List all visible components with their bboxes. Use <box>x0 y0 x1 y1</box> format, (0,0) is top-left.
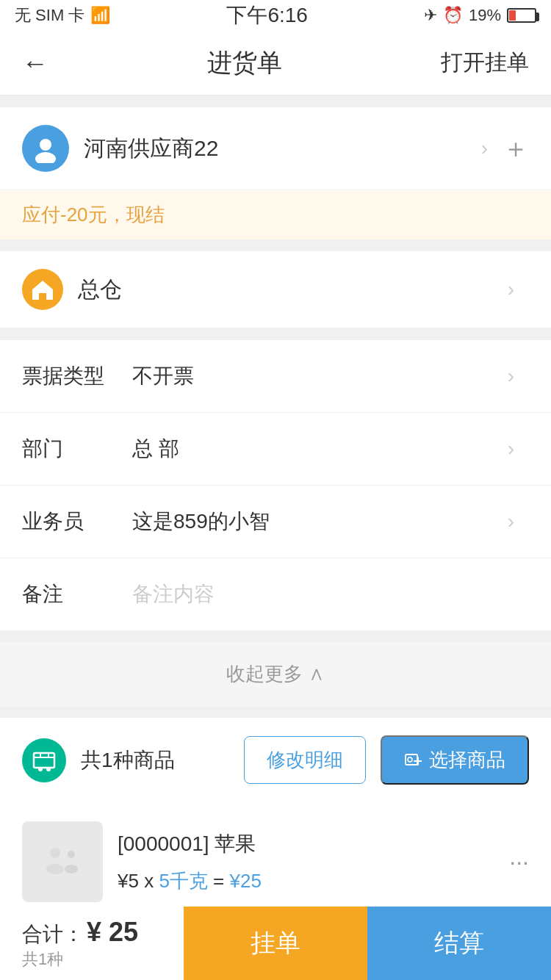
status-right: ✈ ⏰ 19% <box>424 6 536 25</box>
subtotal: ¥25 <box>230 870 262 892</box>
collapse-button[interactable]: 收起更多 ∧ <box>0 642 551 706</box>
supplier-name: 河南供应商22 <box>84 134 481 164</box>
footer-bar: 合计： ¥ 25 共1种 挂单 结算 <box>0 907 551 980</box>
remark-label: 备注 <box>22 580 110 608</box>
department-value: 总 部 <box>132 435 508 463</box>
salesman-chevron-icon: › <box>508 510 514 533</box>
footer-total: 合计： ¥ 25 共1种 <box>0 917 184 970</box>
ticket-type-chevron-icon: › <box>508 364 514 388</box>
quantity: 5千克 <box>159 870 207 892</box>
total-label: 合计： <box>22 920 84 948</box>
equals-sign: = <box>213 870 229 892</box>
product-item: [0000001] 苹果 ¥5 x 5千克 = ¥25 ··· <box>0 804 551 920</box>
salesman-value: 这是859的小智 <box>132 508 508 536</box>
svg-point-4 <box>38 767 43 771</box>
status-bar: 无 SIM 卡 📶 下午6:16 ✈ ⏰ 19% <box>0 0 551 31</box>
warehouse-chevron-icon: › <box>508 278 514 301</box>
supplier-row[interactable]: 河南供应商22 › ＋ <box>0 107 551 190</box>
select-product-label: 选择商品 <box>429 747 505 773</box>
ticket-type-label: 票据类型 <box>22 362 110 390</box>
ticket-type-value: 不开票 <box>132 362 508 390</box>
product-thumbnail <box>22 821 103 902</box>
status-time: 下午6:16 <box>226 1 308 29</box>
products-header: 共1种商品 修改明细 选择商品 <box>0 718 551 802</box>
open-pending-button[interactable]: 打开挂单 <box>441 48 529 78</box>
sim-status: 无 SIM 卡 <box>15 4 84 26</box>
svg-point-11 <box>65 865 78 873</box>
notice-bar: 应付-20元，现结 <box>0 190 551 239</box>
supplier-avatar <box>22 125 69 172</box>
product-more-button[interactable]: ··· <box>509 849 529 876</box>
wifi-icon: 📶 <box>90 6 110 25</box>
svg-point-8 <box>50 848 60 858</box>
unit-price: ¥5 <box>118 870 139 892</box>
supplier-chevron-icon: › <box>481 137 488 160</box>
battery-percent: 19% <box>469 6 501 25</box>
total-count: 共1种 <box>22 948 162 970</box>
svg-point-5 <box>46 767 51 771</box>
nav-bar: ← 进货单 打开挂单 <box>0 31 551 96</box>
svg-point-10 <box>68 851 75 858</box>
back-button[interactable]: ← <box>22 48 48 79</box>
products-section: 共1种商品 修改明细 选择商品 <box>0 718 551 920</box>
fields-card: 票据类型 不开票 › 部门 总 部 › 业务员 这是859的小智 › 备注 备注… <box>0 339 551 630</box>
warehouse-name: 总仓 <box>78 275 508 305</box>
product-code: [0000001] <box>118 832 209 855</box>
battery-icon <box>507 8 536 23</box>
add-button[interactable]: ＋ <box>503 131 529 167</box>
edit-detail-button[interactable]: 修改明细 <box>244 736 366 784</box>
salesman-label: 业务员 <box>22 508 110 536</box>
product-price: ¥5 x 5千克 = ¥25 <box>118 868 494 894</box>
product-name: [0000001] 苹果 <box>118 830 494 858</box>
svg-rect-3 <box>34 753 54 768</box>
alarm-icon: ⏰ <box>443 6 463 25</box>
svg-rect-2 <box>39 293 46 300</box>
department-row[interactable]: 部门 总 部 › <box>0 412 551 485</box>
supplier-card: 河南供应商22 › ＋ 应付-20元，现结 <box>0 107 551 239</box>
multiply-sign: x <box>144 870 159 892</box>
svg-point-1 <box>35 152 56 163</box>
page-title: 进货单 <box>207 46 282 80</box>
pending-button[interactable]: 挂单 <box>184 907 367 980</box>
warehouse-icon <box>22 269 63 310</box>
warehouse-card: 总仓 › <box>0 251 551 328</box>
department-label: 部门 <box>22 435 110 463</box>
location-icon: ✈ <box>424 6 437 25</box>
department-chevron-icon: › <box>508 437 514 461</box>
select-product-button[interactable]: 选择商品 <box>381 735 529 785</box>
settle-button[interactable]: 结算 <box>367 907 551 980</box>
product-title: 苹果 <box>215 832 256 855</box>
content-area: 河南供应商22 › ＋ 应付-20元，现结 总仓 › 票据类型 不开票 › 部门 <box>0 107 551 980</box>
remark-placeholder: 备注内容 <box>132 580 529 608</box>
svg-point-9 <box>46 864 64 874</box>
ticket-type-row[interactable]: 票据类型 不开票 › <box>0 339 551 412</box>
product-count-text: 共1种商品 <box>81 746 229 774</box>
warehouse-row[interactable]: 总仓 › <box>0 251 551 328</box>
remark-row[interactable]: 备注 备注内容 <box>0 558 551 630</box>
svg-point-0 <box>40 139 51 151</box>
svg-point-7 <box>408 757 412 762</box>
product-info: [0000001] 苹果 ¥5 x 5千克 = ¥25 <box>118 830 494 894</box>
cart-icon <box>22 738 66 782</box>
status-left: 无 SIM 卡 📶 <box>15 4 110 26</box>
salesman-row[interactable]: 业务员 这是859的小智 › <box>0 485 551 558</box>
total-amount: ¥ 25 <box>87 917 138 948</box>
